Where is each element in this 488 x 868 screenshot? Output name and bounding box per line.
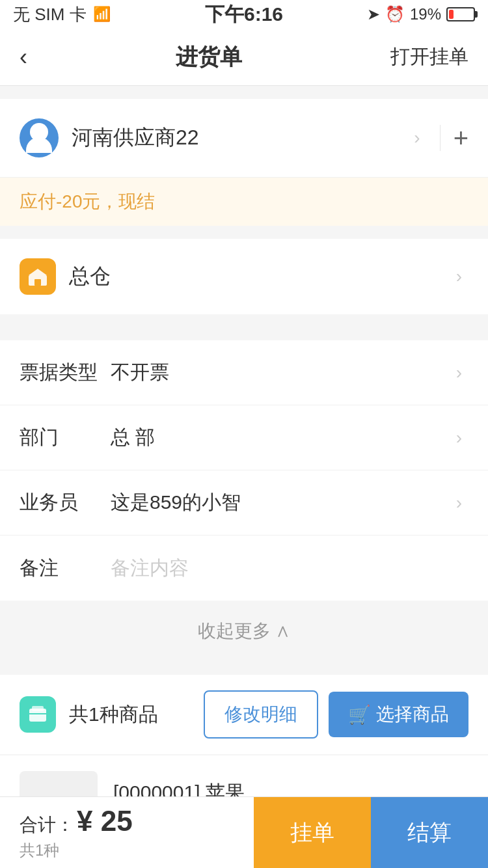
supplier-row[interactable]: 河南供应商22 › + [0,99,488,178]
section-gap-3 [0,327,488,340]
form-section: 票据类型 不开票 › 部门 总 部 › 业务员 这是859的小智 › 备注 备注… [0,327,488,601]
products-count: 共1种商品 [69,701,204,728]
status-time: 下午6:16 [205,1,283,28]
warehouse-chevron-icon: › [456,266,462,287]
supplier-section: 河南供应商22 › + 应付-20元，现结 [0,99,488,226]
checkout-button[interactable]: 结算 [371,797,488,869]
invoice-label: 票据类型 [20,359,111,386]
invoice-chevron-icon: › [456,362,462,383]
supplier-chevron-icon: › [414,128,420,148]
remarks-row[interactable]: 备注 备注内容 [0,536,488,601]
edit-detail-button[interactable]: 修改明细 [204,690,318,739]
department-row[interactable]: 部门 总 部 › [0,405,488,470]
select-product-label: 选择商品 [376,702,449,727]
warehouse-section: 总仓 › [0,239,488,314]
department-chevron-icon: › [456,427,462,448]
battery-indicator [446,7,475,21]
section-gap-2 [0,226,488,239]
carrier-text: 无 SIM 卡 [13,3,87,26]
wifi-icon: 📶 [93,6,111,23]
add-supplier-button[interactable]: + [454,124,468,153]
salesperson-label: 业务员 [20,489,111,516]
supplier-name: 河南供应商22 [72,124,414,152]
select-product-button[interactable]: 🛒 选择商品 [329,692,468,737]
cart-icon: 🛒 [348,704,371,726]
invoice-row[interactable]: 票据类型 不开票 › [0,340,488,405]
total-amount: ¥ 25 [77,805,133,837]
nav-bar: ‹ 进货单 打开挂单 [0,29,488,86]
warehouse-name: 总仓 [69,262,456,291]
svg-marker-1 [29,269,47,275]
supplier-avatar [20,118,59,157]
battery-text: 19% [410,5,441,23]
open-hang-button[interactable]: 打开挂单 [390,44,468,70]
warning-text: 应付-20元，现结 [20,191,155,211]
hang-button[interactable]: 挂单 [254,797,371,869]
warehouse-icon [20,258,56,295]
collapse-bar[interactable]: 收起更多 ∧ [0,601,488,662]
collapse-label: 收起更多 ∧ [198,621,291,641]
status-right: ➤ ⏰ 19% [367,5,475,23]
bottom-bar: 合计： ¥ 25 共1种 挂单 结算 [0,796,488,868]
total-section: 合计： ¥ 25 共1种 [0,805,254,861]
status-left: 无 SIM 卡 📶 [13,3,111,26]
department-value: 总 部 [111,424,456,451]
salesperson-row[interactable]: 业务员 这是859的小智 › [0,470,488,536]
salesperson-value: 这是859的小智 [111,489,456,516]
status-bar: 无 SIM 卡 📶 下午6:16 ➤ ⏰ 19% [0,0,488,29]
page-title: 进货单 [176,42,242,72]
invoice-value: 不开票 [111,359,456,386]
products-header: 共1种商品 修改明细 🛒 选择商品 [0,675,488,754]
svg-rect-2 [34,279,41,286]
salesperson-chevron-icon: › [456,493,462,513]
alarm-icon: ⏰ [385,5,405,23]
warning-bar: 应付-20元，现结 [0,178,488,226]
remarks-label: 备注 [20,555,111,582]
section-gap-4 [0,662,488,675]
products-icon [20,696,56,733]
location-icon: ➤ [367,5,380,23]
supplier-divider [440,125,441,151]
section-gap-1 [0,86,488,99]
warehouse-row[interactable]: 总仓 › [0,239,488,314]
remarks-input[interactable]: 备注内容 [111,555,468,582]
total-label: 合计： [20,813,74,837]
department-label: 部门 [20,424,111,451]
back-button[interactable]: ‹ [20,44,27,71]
svg-rect-4 [32,706,44,711]
item-count: 共1种 [20,840,234,861]
